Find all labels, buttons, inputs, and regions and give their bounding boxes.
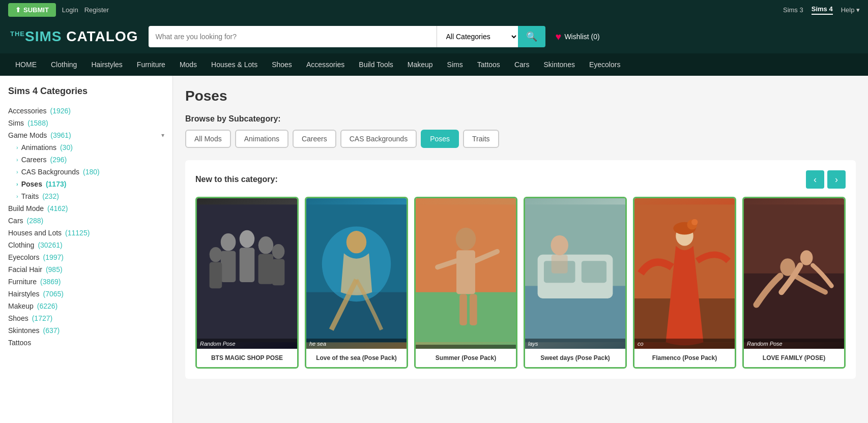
top-bar: ⬆ SUBMIT Login Register Sims 3 Sims 4 He… bbox=[0, 0, 868, 20]
card-overlay-label: Random Pose bbox=[744, 339, 844, 349]
sidebar-item-label: CAS Backgrounds bbox=[21, 168, 79, 176]
svg-rect-27 bbox=[552, 255, 568, 274]
card-overlay-label: co bbox=[634, 339, 735, 349]
card-love-of-sea[interactable]: he sea Love of the sea (Pose Pack) bbox=[305, 197, 408, 369]
sidebar-count: (30261) bbox=[38, 241, 62, 249]
sidebar-item-cars[interactable]: Cars (288) bbox=[8, 215, 164, 227]
main-content: Poses Browse by Subcategory: All Mods An… bbox=[173, 76, 868, 423]
sidebar-item-game-mods[interactable]: Game Mods (3961) ▾ bbox=[8, 129, 164, 141]
sidebar-item-houses-lots[interactable]: Houses and Lots (11125) bbox=[8, 227, 164, 239]
sidebar-item-poses[interactable]: › Poses (1173) bbox=[8, 178, 164, 190]
top-bar-right: Sims 3 Sims 4 Help ▾ bbox=[783, 5, 860, 15]
sidebar-item-animations[interactable]: › Animations (30) bbox=[8, 141, 164, 154]
card-summer[interactable]: Summer (Pose Pack) bbox=[414, 197, 517, 369]
category-select[interactable]: All Categories bbox=[437, 26, 518, 47]
card-bts-magic-shop[interactable]: Random Pose BTS MAGIC SHOP POSE bbox=[195, 197, 299, 369]
chevron-right-icon: › bbox=[16, 193, 18, 199]
sidebar-item-skintones[interactable]: Skintones (637) bbox=[8, 324, 164, 337]
sidebar-item-label: Traits bbox=[21, 192, 39, 200]
help-link[interactable]: Help ▾ bbox=[841, 6, 860, 14]
chevron-right-icon: › bbox=[16, 181, 18, 187]
sidebar-item-build-mode[interactable]: Build Mode (4162) bbox=[8, 202, 164, 215]
filter-animations[interactable]: Animations bbox=[235, 130, 288, 148]
sidebar-item-tattoos[interactable]: Tattoos bbox=[8, 337, 164, 349]
sidebar-item-cas-backgrounds[interactable]: › CAS Backgrounds (180) bbox=[8, 166, 164, 178]
sidebar-item-label: Shoes bbox=[8, 314, 28, 322]
wishlist-button[interactable]: ♥ Wishlist (0) bbox=[556, 31, 600, 43]
search-button[interactable]: 🔍 bbox=[518, 26, 545, 47]
nav-hairstyles[interactable]: Hairstyles bbox=[84, 53, 129, 76]
chevron-right-icon: › bbox=[16, 157, 18, 163]
new-section: New to this category: ‹ › bbox=[185, 160, 856, 379]
filter-poses[interactable]: Poses bbox=[421, 130, 459, 148]
card-title: Love of the sea (Pose Pack) bbox=[306, 349, 407, 367]
sidebar-count: (4162) bbox=[47, 204, 68, 213]
sidebar-count: (1173) bbox=[46, 180, 66, 188]
nav-cars[interactable]: Cars bbox=[507, 53, 537, 76]
sidebar-item-makeup[interactable]: Makeup (6226) bbox=[8, 300, 164, 312]
filter-all-mods[interactable]: All Mods bbox=[185, 130, 231, 148]
filter-careers[interactable]: Careers bbox=[293, 130, 336, 148]
nav-clothing[interactable]: Clothing bbox=[44, 53, 84, 76]
card-title: LOVE FAMILY (POSE) bbox=[744, 349, 844, 367]
header: THESims Catalog All Categories 🔍 ♥ Wishl… bbox=[0, 20, 868, 53]
svg-point-17 bbox=[456, 228, 476, 250]
nav-houses[interactable]: Houses & Lots bbox=[204, 53, 265, 76]
nav-furniture[interactable]: Furniture bbox=[130, 53, 172, 76]
nav-accessories[interactable]: Accessories bbox=[299, 53, 352, 76]
svg-point-5 bbox=[258, 236, 274, 254]
logo[interactable]: THESims Catalog bbox=[10, 28, 138, 45]
sims4-link[interactable]: Sims 4 bbox=[812, 5, 833, 15]
sidebar-item-shoes[interactable]: Shoes (1727) bbox=[8, 312, 164, 324]
sidebar-item-label: Poses bbox=[21, 180, 42, 188]
prev-button[interactable]: ‹ bbox=[806, 170, 824, 189]
register-link[interactable]: Register bbox=[84, 6, 109, 14]
subcategory-filters: All Mods Animations Careers CAS Backgrou… bbox=[185, 130, 856, 148]
card-overlay-label bbox=[416, 345, 516, 349]
svg-point-33 bbox=[691, 219, 698, 225]
sidebar-count: (296) bbox=[50, 156, 67, 164]
sidebar-item-clothing[interactable]: Clothing (30261) bbox=[8, 239, 164, 251]
logo-the: THE bbox=[10, 30, 25, 38]
nav-build-tools[interactable]: Build Tools bbox=[352, 53, 400, 76]
svg-rect-25 bbox=[582, 261, 606, 283]
nav-skintones[interactable]: Skintones bbox=[536, 53, 582, 76]
svg-point-26 bbox=[551, 235, 568, 255]
sidebar-item-facial-hair[interactable]: Facial Hair (985) bbox=[8, 263, 164, 276]
card-sweet-days[interactable]: lays Sweet days (Pose Pack) bbox=[524, 197, 627, 369]
svg-rect-10 bbox=[272, 259, 285, 285]
svg-rect-20 bbox=[470, 294, 477, 325]
login-link[interactable]: Login bbox=[62, 6, 78, 14]
next-button[interactable]: › bbox=[827, 170, 846, 189]
card-flamenco[interactable]: co Flamenco (Pose Pack) bbox=[633, 197, 736, 369]
submit-button[interactable]: ⬆ SUBMIT bbox=[8, 3, 56, 17]
search-icon: 🔍 bbox=[526, 32, 537, 42]
nav-mods[interactable]: Mods bbox=[172, 53, 204, 76]
nav-makeup[interactable]: Makeup bbox=[400, 53, 440, 76]
nav-shoes[interactable]: Shoes bbox=[265, 53, 299, 76]
sidebar-item-sims[interactable]: Sims (1588) bbox=[8, 117, 164, 129]
sidebar-item-furniture[interactable]: Furniture (3869) bbox=[8, 276, 164, 288]
card-overlay-label: lays bbox=[525, 339, 625, 349]
card-love-family[interactable]: Random Pose LOVE FAMILY (POSE) bbox=[742, 197, 846, 369]
sidebar-count: (985) bbox=[46, 265, 63, 274]
sidebar-item-hairstyles[interactable]: Hairstyles (7065) bbox=[8, 288, 164, 300]
nav-home[interactable]: HOME bbox=[8, 53, 44, 76]
sidebar-item-accessories[interactable]: Accessories (1926) bbox=[8, 105, 164, 117]
search-input[interactable] bbox=[149, 26, 437, 47]
sims3-link[interactable]: Sims 3 bbox=[783, 6, 803, 14]
nav-tattoos[interactable]: Tattoos bbox=[470, 53, 507, 76]
sidebar-item-label: Animations bbox=[21, 143, 56, 152]
sidebar-item-eyecolors[interactable]: Eyecolors (1997) bbox=[8, 251, 164, 263]
card-image: co bbox=[634, 198, 735, 349]
sidebar-item-traits[interactable]: › Traits (232) bbox=[8, 190, 164, 202]
filter-traits[interactable]: Traits bbox=[463, 130, 499, 148]
sidebar-item-careers[interactable]: › Careers (296) bbox=[8, 154, 164, 166]
filter-cas-backgrounds[interactable]: CAS Backgrounds bbox=[340, 130, 417, 148]
nav-eyecolors[interactable]: Eyecolors bbox=[582, 53, 627, 76]
svg-point-14 bbox=[346, 231, 366, 253]
sidebar-item-label: Furniture bbox=[8, 278, 37, 286]
sidebar-count: (3961) bbox=[50, 131, 71, 139]
sidebar-item-label: Sims bbox=[8, 119, 24, 127]
nav-sims[interactable]: Sims bbox=[440, 53, 470, 76]
